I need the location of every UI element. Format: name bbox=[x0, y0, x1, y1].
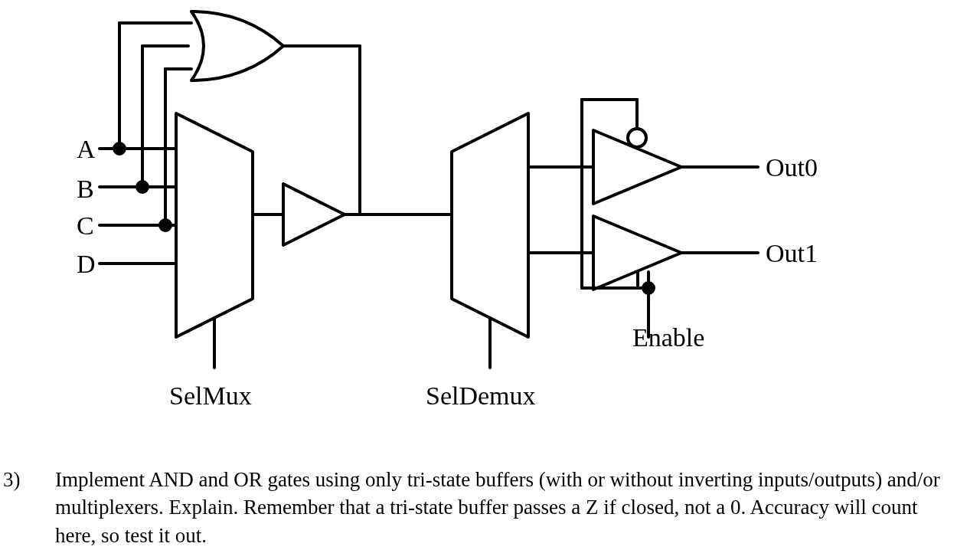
enable-label: Enable bbox=[632, 325, 704, 351]
question-number: 3) bbox=[29, 466, 55, 493]
input-label-d: D bbox=[77, 251, 96, 277]
seldemux-label: SelDemux bbox=[426, 383, 536, 409]
selmux-label: SelMux bbox=[169, 383, 252, 409]
question-text: Implement AND and OR gates using only tr… bbox=[55, 468, 940, 547]
svg-point-25 bbox=[628, 129, 646, 147]
input-label-c: C bbox=[77, 213, 94, 239]
svg-marker-20 bbox=[452, 113, 528, 337]
input-label-b: B bbox=[77, 176, 94, 202]
output-label-out1: Out1 bbox=[766, 241, 818, 267]
question-block: 3)Implement AND and OR gates using only … bbox=[29, 466, 949, 549]
circuit-diagram bbox=[0, 0, 980, 429]
input-label-a: A bbox=[77, 136, 96, 162]
page: { "inputs": {"a":"A","b":"B","c":"C","d"… bbox=[0, 0, 980, 550]
svg-marker-4 bbox=[176, 113, 253, 337]
output-label-out0: Out0 bbox=[766, 155, 818, 181]
svg-marker-17 bbox=[283, 184, 345, 245]
